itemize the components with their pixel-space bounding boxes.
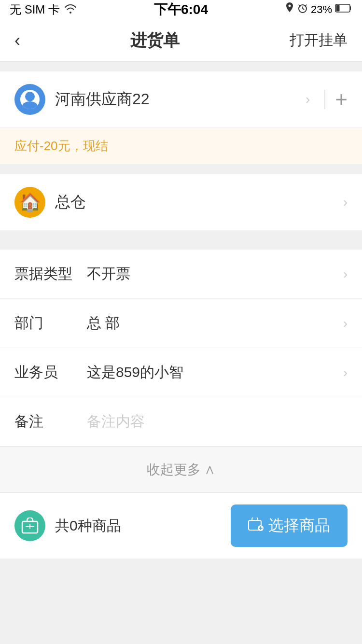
nav-bar: ‹ 进货单 打开挂单 <box>0 19 362 62</box>
collapse-row[interactable]: 收起更多 ∧ <box>0 447 362 492</box>
open-pending-button[interactable]: 打开挂单 <box>290 30 348 50</box>
no-sim-text: 无 SIM 卡 <box>10 2 60 17</box>
department-value: 总 部 <box>72 313 343 333</box>
supplier-avatar <box>14 84 45 115</box>
wifi-icon <box>64 3 77 16</box>
page-background <box>0 559 362 644</box>
separator-1 <box>0 62 362 71</box>
supplier-section: 河南供应商22 › + 应付-20元，现结 <box>0 71 362 165</box>
supplier-row[interactable]: 河南供应商22 › + <box>0 71 362 128</box>
supplier-name: 河南供应商22 <box>55 89 306 110</box>
warehouse-row[interactable]: 🏠 总仓 › <box>0 174 362 230</box>
battery-icon <box>335 3 352 16</box>
remarks-label: 备注 <box>14 412 72 432</box>
select-product-label: 选择商品 <box>268 515 330 536</box>
page-title: 进货单 <box>130 29 180 52</box>
warehouse-name: 总仓 <box>55 192 343 213</box>
warehouse-chevron-icon: › <box>343 195 348 210</box>
svg-rect-2 <box>336 5 339 12</box>
select-product-button[interactable]: 选择商品 <box>231 504 348 547</box>
status-time: 下午6:04 <box>154 0 208 19</box>
bottom-bar: 共0种商品 选择商品 <box>0 492 362 559</box>
battery-percentage: 23% <box>311 3 332 16</box>
status-left: 无 SIM 卡 <box>10 2 77 17</box>
avatar-image <box>20 90 40 109</box>
location-icon <box>285 2 294 17</box>
notice-banner: 应付-20元，现结 <box>0 128 362 165</box>
department-row[interactable]: 部门 总 部 › <box>0 299 362 348</box>
status-bar: 无 SIM 卡 下午6:04 23% <box>0 0 362 19</box>
warehouse-section: 🏠 总仓 › <box>0 174 362 230</box>
invoice-type-row[interactable]: 票据类型 不开票 › <box>0 250 362 299</box>
remarks-row[interactable]: 备注 备注内容 <box>0 397 362 447</box>
add-supplier-button[interactable]: + <box>335 89 348 110</box>
remarks-input[interactable]: 备注内容 <box>72 412 348 432</box>
notice-text: 应付-20元，现结 <box>14 139 108 153</box>
department-label: 部门 <box>14 313 72 333</box>
back-button[interactable]: ‹ <box>14 30 20 51</box>
department-chevron-icon: › <box>343 316 348 331</box>
select-product-icon <box>248 517 264 535</box>
product-icon <box>14 510 45 541</box>
alarm-icon <box>297 3 308 16</box>
salesperson-row[interactable]: 业务员 这是859的小智 › <box>0 348 362 397</box>
invoice-chevron-icon: › <box>343 266 348 282</box>
status-right: 23% <box>285 2 352 17</box>
separator-3 <box>0 230 362 240</box>
invoice-value: 不开票 <box>72 264 343 284</box>
invoice-label: 票据类型 <box>14 264 72 284</box>
separator-2 <box>0 165 362 174</box>
supplier-chevron-icon: › <box>306 92 310 107</box>
divider <box>324 90 325 109</box>
product-count: 共0种商品 <box>55 516 231 536</box>
collapse-label: 收起更多 ∧ <box>147 462 216 477</box>
salesperson-chevron-icon: › <box>343 365 348 380</box>
warehouse-icon: 🏠 <box>14 187 45 218</box>
salesperson-label: 业务员 <box>14 363 72 382</box>
salesperson-value: 这是859的小智 <box>72 363 343 382</box>
form-section: 票据类型 不开票 › 部门 总 部 › 业务员 这是859的小智 › 备注 备注… <box>0 250 362 447</box>
